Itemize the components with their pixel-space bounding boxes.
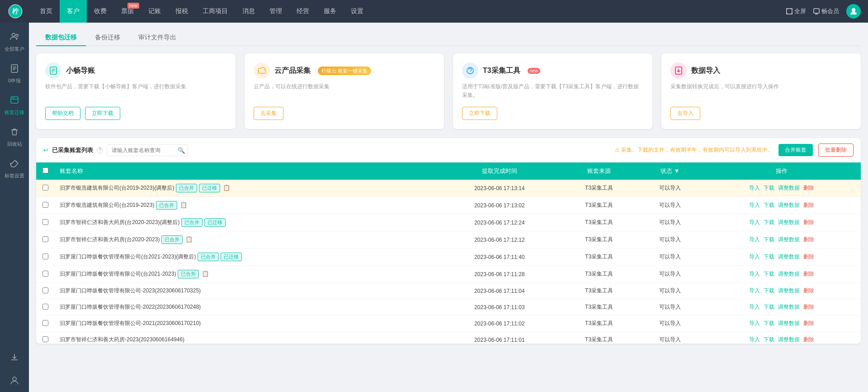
row-source: T3采集工具	[561, 231, 638, 249]
copy-icon[interactable]: 📋	[202, 270, 209, 277]
action-删除[interactable]: 删除	[803, 202, 814, 208]
copy-icon[interactable]: 📋	[180, 201, 187, 208]
tab-data-migration[interactable]: 数据包迁移	[36, 30, 86, 46]
nav-bookkeeping[interactable]: 记账	[141, 0, 168, 23]
action-下载[interactable]: 下载	[764, 253, 774, 260]
sidebar-item-tag-settings[interactable]: 标签设置	[0, 154, 29, 184]
nav-fee[interactable]: 收费	[87, 0, 114, 23]
action-下载[interactable]: 下载	[764, 336, 774, 343]
t3-icon	[462, 62, 478, 79]
help-icon[interactable]: ?	[97, 147, 103, 153]
nav-business[interactable]: 工商项目	[195, 0, 235, 23]
main-content: 数据包迁移 备份迁移 审计文件导出 小畅导账	[29, 23, 868, 392]
sdr-import-btn[interactable]: 去导入	[670, 107, 700, 120]
action-导入[interactable]: 导入	[749, 219, 760, 225]
table-row: 汩罗屋门口哗坂餐饮管理有限公司-2022(20230606170248)2023…	[36, 299, 861, 316]
nav-tax[interactable]: 报税	[168, 0, 195, 23]
row-checkbox[interactable]	[42, 304, 48, 310]
merge-button[interactable]: 合并账套	[778, 144, 813, 156]
avatar[interactable]	[846, 4, 861, 19]
action-删除[interactable]: 删除	[803, 185, 814, 191]
action-删除[interactable]: 删除	[803, 219, 814, 225]
fullscreen-btn[interactable]: 全屏	[786, 7, 806, 15]
action-下载[interactable]: 下载	[764, 202, 774, 208]
row-checkbox[interactable]	[42, 271, 48, 277]
nav-ticket[interactable]: 票据 new	[114, 0, 141, 23]
action-下载[interactable]: 下载	[764, 287, 774, 294]
action-导入[interactable]: 导入	[749, 253, 760, 260]
table-row: 汩罗市智祥仁济和善大药房(台2020-2023)已合并📋2023-06-06 1…	[36, 231, 861, 249]
action-删除[interactable]: 删除	[803, 271, 814, 277]
action-调整数据[interactable]: 调整数据	[778, 320, 800, 326]
tab-backup-migration[interactable]: 备份迁移	[86, 30, 129, 46]
action-导入[interactable]: 导入	[749, 320, 760, 326]
action-下载[interactable]: 下载	[764, 236, 774, 243]
row-checkbox[interactable]	[42, 287, 48, 293]
sidebar-item-recycle[interactable]: 回收站	[0, 122, 29, 152]
action-删除[interactable]: 删除	[803, 253, 814, 260]
action-删除[interactable]: 删除	[803, 287, 814, 294]
action-调整数据[interactable]: 调整数据	[778, 271, 800, 277]
action-调整数据[interactable]: 调整数据	[778, 253, 800, 260]
action-删除[interactable]: 删除	[803, 304, 814, 310]
action-调整数据[interactable]: 调整数据	[778, 336, 800, 343]
member-btn[interactable]: 畅会员	[813, 7, 839, 15]
nav-client[interactable]: 客户	[60, 0, 87, 23]
action-删除[interactable]: 删除	[803, 236, 814, 243]
xcdz-help-btn[interactable]: 帮助文档	[45, 107, 80, 120]
action-调整数据[interactable]: 调整数据	[778, 219, 800, 225]
nav-message[interactable]: 消息	[235, 0, 262, 23]
action-导入[interactable]: 导入	[749, 271, 760, 277]
row-checkbox[interactable]	[42, 320, 48, 326]
action-调整数据[interactable]: 调整数据	[778, 287, 800, 294]
search-input[interactable]	[107, 144, 188, 156]
t3-download-btn[interactable]: 立即下载	[462, 107, 497, 120]
action-删除[interactable]: 删除	[803, 320, 814, 326]
nav-service[interactable]: 服务	[316, 0, 344, 23]
sidebar-item-zero-declaration[interactable]: 0申报	[0, 59, 29, 89]
xcdz-download-btn[interactable]: 立即下载	[85, 107, 120, 120]
select-all-checkbox[interactable]	[42, 167, 48, 173]
row-checkbox[interactable]	[42, 185, 48, 191]
copy-icon[interactable]: 📋	[223, 184, 230, 191]
search-button[interactable]: 🔍	[178, 147, 185, 153]
nav-operation[interactable]: 经营	[289, 0, 316, 23]
row-actions: 导入下载调整数据删除	[703, 197, 861, 214]
row-checkbox[interactable]	[42, 336, 48, 342]
action-调整数据[interactable]: 调整数据	[778, 304, 800, 310]
action-导入[interactable]: 导入	[749, 202, 760, 208]
refresh-icon[interactable]: ↩	[43, 147, 48, 153]
sidebar-item-user[interactable]	[0, 371, 29, 392]
action-下载[interactable]: 下载	[764, 320, 774, 326]
tab-audit-export[interactable]: 审计文件导出	[129, 30, 185, 46]
ypc-collect-btn[interactable]: 去采集	[254, 107, 283, 120]
action-导入[interactable]: 导入	[749, 236, 760, 243]
row-checkbox[interactable]	[42, 202, 48, 208]
batch-delete-button[interactable]: 批量删除	[818, 143, 854, 157]
action-下载[interactable]: 下载	[764, 304, 774, 310]
sidebar-item-account-migration[interactable]: 账套迁移	[0, 91, 29, 120]
nav-home[interactable]: 首页	[33, 0, 60, 23]
action-下载[interactable]: 下载	[764, 271, 774, 277]
action-下载[interactable]: 下载	[764, 219, 774, 225]
row-checkbox[interactable]	[42, 219, 48, 225]
action-导入[interactable]: 导入	[749, 287, 760, 294]
action-导入[interactable]: 导入	[749, 304, 760, 310]
action-调整数据[interactable]: 调整数据	[778, 236, 800, 243]
row-checkbox[interactable]	[42, 236, 48, 242]
action-调整数据[interactable]: 调整数据	[778, 185, 800, 191]
sidebar-item-download[interactable]	[0, 348, 29, 369]
row-checkbox[interactable]	[42, 253, 48, 259]
table-scroll: 账套名称 提取完成时间 账套来源 状态 ▼ 操作 汩罗市银浩建筑有限公司(台20…	[36, 163, 861, 344]
action-调整数据[interactable]: 调整数据	[778, 202, 800, 208]
row-time: 2023-06-06 17:13:02	[439, 197, 560, 214]
copy-icon[interactable]: 📋	[185, 236, 193, 243]
action-删除[interactable]: 删除	[803, 336, 814, 343]
nav-manage[interactable]: 管理	[262, 0, 289, 23]
action-导入[interactable]: 导入	[749, 336, 760, 343]
action-下载[interactable]: 下载	[764, 185, 774, 191]
action-导入[interactable]: 导入	[749, 185, 760, 191]
sidebar-item-all-clients[interactable]: 全部客户	[0, 27, 29, 57]
col-checkbox	[36, 163, 54, 180]
nav-settings[interactable]: 设置	[344, 0, 371, 23]
